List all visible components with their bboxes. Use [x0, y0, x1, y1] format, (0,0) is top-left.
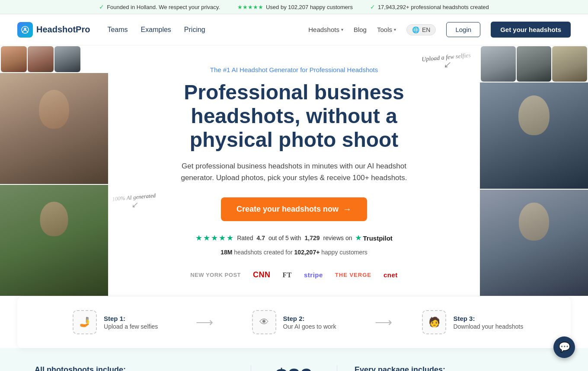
- thumb-right-3: [552, 46, 587, 82]
- press-ft: FT: [283, 271, 292, 279]
- trust-reviews-text: reviews on: [323, 235, 352, 241]
- chat-icon: 💬: [559, 342, 570, 353]
- person-icon: 🧑: [428, 317, 440, 328]
- bottom-section: All photoshoots include: ✓ Done in 2 hou…: [0, 348, 588, 371]
- star-5: ★: [227, 233, 233, 243]
- thumb-1: [1, 46, 27, 72]
- step-3-desc: Download your headshots: [453, 323, 523, 330]
- step-1-icon: 🤳: [73, 310, 97, 334]
- check-icon-1: ✓: [99, 3, 104, 10]
- step-3-text: Step 3: Download your headshots: [453, 315, 523, 330]
- hero-subtitle: The #1 AI Headshot Generator for Profess…: [147, 66, 441, 73]
- bottom-left: All photoshoots include: ✓ Done in 2 hou…: [35, 365, 251, 371]
- trustpilot-logo: ★ Trustpilot: [355, 234, 392, 242]
- right-fade: [445, 45, 480, 296]
- language-label: EN: [422, 26, 430, 33]
- step-1: 🤳 Step 1: Upload a few selfies: [35, 307, 196, 338]
- star-3: ★: [211, 233, 218, 243]
- nav-headshots[interactable]: Headshots ▾: [308, 26, 343, 33]
- stars-icon: ★★★★★: [237, 4, 263, 10]
- nav-examples[interactable]: Examples: [141, 26, 171, 34]
- trust-rated: Rated: [237, 235, 253, 241]
- trust-row: ★ ★ ★ ★ ★ Rated 4.7 out of 5 with 1,729 …: [147, 233, 441, 243]
- nav-pricing[interactable]: Pricing: [184, 26, 205, 34]
- thumb-right-1: [481, 46, 516, 82]
- star-1: ★: [195, 233, 202, 243]
- banner-item-2: ★★★★★ Used by 102,207 happy customers: [237, 4, 353, 10]
- press-nypost: NEW YORK POST: [190, 272, 241, 278]
- bottom-right-title: Every package includes:: [355, 365, 553, 371]
- logo-link[interactable]: HeadshotPro: [17, 22, 90, 38]
- side-photos-left: [0, 45, 108, 296]
- banner-text-2: Used by 102,207 happy customers: [266, 4, 353, 10]
- left-fade: [108, 45, 143, 296]
- thumb-3: [54, 46, 80, 72]
- banner-text-3: 17,943,292+ professional headshots creat…: [378, 4, 489, 10]
- nav-links-right: Headshots ▾ Blog Tools ▾ 🌐 EN Login Get …: [308, 22, 571, 38]
- star-2: ★: [203, 233, 210, 243]
- trust-reviews: 1,729: [305, 235, 320, 241]
- step-arrow-1: ⟶: [196, 315, 213, 330]
- banner-item-3: ✓ 17,943,292+ professional headshots cre…: [370, 3, 489, 10]
- selfie-icon: 🤳: [79, 317, 91, 328]
- step-2-text: Step 2: Our AI goes to work: [283, 315, 336, 330]
- press-cnn: CNN: [253, 270, 271, 279]
- stats-row: 18M headshots created for 102,207+ happy…: [147, 249, 441, 256]
- banner-item-1: ✓ Founded in Holland. We respect your pr…: [99, 3, 220, 10]
- thumb-row-right: [480, 45, 588, 82]
- hero-cta-arrow: →: [343, 204, 352, 214]
- step-3: 🧑 Step 3: Download your headshots: [392, 307, 553, 338]
- thumb-2: [28, 46, 54, 72]
- get-headshots-button[interactable]: Get your headshots: [491, 22, 571, 38]
- price-display: $29: [264, 365, 324, 371]
- steps-section: 🤳 Step 1: Upload a few selfies ⟶ 👁 Step …: [17, 296, 571, 348]
- hero-cta-text: Create your headshots now: [236, 205, 339, 214]
- nav-links-left: Teams Examples Pricing: [107, 26, 205, 34]
- chat-button[interactable]: 💬: [553, 336, 575, 358]
- step-1-desc: Upload a few selfies: [104, 323, 158, 330]
- press-cnet: cnet: [383, 271, 398, 279]
- stats-customers: 102,207+: [294, 249, 320, 256]
- step-1-number: Step 1:: [104, 315, 158, 322]
- bottom-left-title: All photoshoots include:: [35, 365, 233, 371]
- step-3-icon: 🧑: [422, 310, 446, 334]
- thumb-row-left: [0, 45, 108, 73]
- step-arrow-2: ⟶: [375, 315, 392, 330]
- hero-cta-button[interactable]: Create your headshots now →: [221, 197, 367, 221]
- tools-dropdown-arrow: ▾: [394, 27, 396, 32]
- globe-icon: 🌐: [412, 26, 419, 33]
- step-1-text: Step 1: Upload a few selfies: [104, 315, 158, 330]
- big-photo-right-bottom: [480, 189, 588, 296]
- big-photo-left-bottom: [0, 184, 108, 296]
- logo-text: HeadshotPro: [36, 25, 90, 35]
- nav-blog[interactable]: Blog: [354, 26, 367, 33]
- stats-count: 18M: [220, 249, 232, 256]
- big-photo-right-top: [480, 82, 588, 189]
- ai-icon: 👁: [259, 317, 269, 328]
- login-button[interactable]: Login: [446, 22, 480, 37]
- trust-score: 4.7: [257, 235, 265, 241]
- nav-teams[interactable]: Teams: [107, 26, 128, 34]
- hero-description: Get professional business headshots in m…: [173, 160, 415, 184]
- step-2: 👁 Step 2: Our AI goes to work: [213, 307, 374, 338]
- step-2-icon: 👁: [252, 310, 276, 334]
- trust-out-of: out of 5 with: [268, 235, 301, 241]
- bottom-center: $29 hours: [251, 365, 337, 371]
- nav-tools[interactable]: Tools ▾: [377, 26, 396, 33]
- thumb-right-2: [517, 46, 552, 82]
- svg-point-1: [24, 28, 26, 30]
- big-photo-left-top: [0, 73, 108, 184]
- step-3-number: Step 3:: [453, 315, 523, 322]
- language-selector[interactable]: 🌐 EN: [406, 24, 436, 35]
- top-banner: ✓ Founded in Holland. We respect your pr…: [0, 0, 588, 14]
- press-stripe: stripe: [304, 271, 323, 279]
- logo-icon: [17, 22, 33, 38]
- trustpilot-name: Trustpilot: [363, 235, 392, 242]
- trust-stars: ★ ★ ★ ★ ★: [195, 233, 233, 243]
- stats-customers-text: happy customers: [321, 249, 368, 256]
- step-2-desc: Our AI goes to work: [283, 323, 336, 330]
- check-icon-2: ✓: [370, 3, 375, 10]
- hero-title: Professional business headshots, without…: [147, 80, 441, 152]
- headshots-dropdown-arrow: ▾: [341, 27, 343, 32]
- banner-text-1: Founded in Holland. We respect your priv…: [107, 4, 220, 10]
